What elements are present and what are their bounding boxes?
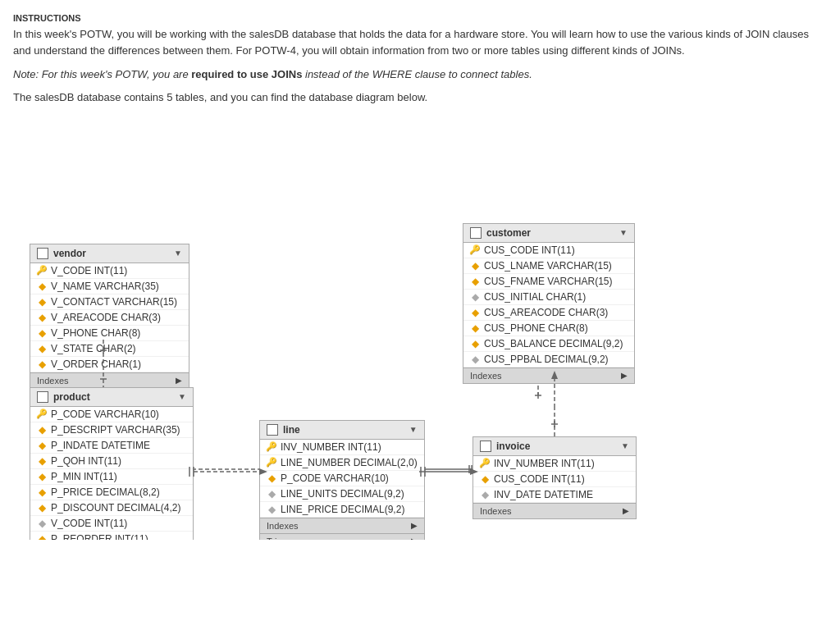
invoice-field-2: ◆ INV_DATE DATETIME (473, 487, 636, 503)
customer-field-5-text: CUS_PHONE CHAR(8) (484, 322, 588, 334)
invoice-field-0: 🔑 INV_NUMBER INT(11) (473, 456, 636, 472)
customer-field-2: ◆ CUS_FNAME VARCHAR(15) (463, 274, 634, 290)
pk-icon: 🔑 (267, 442, 276, 452)
gray-diamond-icon: ◆ (37, 518, 47, 528)
invoice-field-1: ◆ CUS_CODE INT(11) (473, 472, 636, 487)
vendor-table: vendor ▼ 🔑 V_CODE INT(11) ◆ V_NAME VARCH… (30, 244, 189, 389)
vendor-field-1: ◆ V_NAME VARCHAR(35) (30, 279, 189, 294)
gray-diamond-icon: ◆ (470, 292, 480, 302)
invoice-field-0-text: INV_NUMBER INT(11) (494, 458, 595, 469)
product-field-4: ◆ P_MIN INT(11) (30, 469, 193, 485)
product-table-name: product (53, 391, 90, 403)
line-field-2: ◆ P_CODE VARCHAR(10) (260, 471, 424, 486)
line-indexes-arrow: ▶ (411, 521, 418, 530)
vendor-field-4: ◆ V_PHONE CHAR(8) (30, 326, 189, 341)
product-field-3-text: P_QOH INT(11) (51, 455, 121, 467)
diamond-icon: ◆ (37, 456, 47, 466)
customer-sort-icon[interactable]: ▼ (619, 228, 628, 237)
line-field-2-text: P_CODE VARCHAR(10) (281, 472, 389, 484)
product-field-8-text: P_REORDER INT(11) (51, 533, 148, 540)
customer-field-3: ◆ CUS_INITIAL CHAR(1) (463, 290, 634, 305)
line-field-4-text: LINE_PRICE DECIMAL(9,2) (281, 504, 404, 515)
vendor-field-2: ◆ V_CONTACT VARCHAR(15) (30, 294, 189, 310)
product-field-5-text: P_PRICE DECIMAL(8,2) (51, 486, 160, 498)
product-sort-icon[interactable]: ▼ (178, 392, 186, 401)
vendor-field-0: 🔑 V_CODE INT(11) (30, 263, 189, 279)
product-table: product ▼ 🔑 P_CODE VARCHAR(10) ◆ P_DESCR… (30, 387, 194, 540)
line-triggers-footer[interactable]: Triggers ▶ (260, 533, 424, 540)
customer-field-6-text: CUS_BALANCE DECIMAL(9,2) (484, 338, 623, 349)
product-field-8: ◆ P_REORDER INT(11) (30, 532, 193, 540)
product-field-2: ◆ P_INDATE DATETIME (30, 438, 193, 454)
line-sort-icon[interactable]: ▼ (409, 425, 418, 434)
vendor-table-footer[interactable]: Indexes ▶ (30, 372, 189, 388)
vendor-field-0-text: V_CODE INT(11) (51, 265, 127, 276)
diamond-icon: ◆ (470, 339, 480, 349)
product-field-6-text: P_DISCOUNT DECIMAL(4,2) (51, 502, 180, 514)
line-indexes-footer[interactable]: Indexes ▶ (260, 518, 424, 533)
customer-field-2-text: CUS_FNAME VARCHAR(15) (484, 276, 612, 287)
product-field-1-text: P_DESCRIPT VARCHAR(35) (51, 424, 180, 436)
customer-field-4: ◆ CUS_AREACODE CHAR(3) (463, 305, 634, 321)
invoice-table-name: invoice (496, 441, 530, 452)
diamond-icon: ◆ (37, 297, 47, 307)
customer-table: customer ▼ 🔑 CUS_CODE INT(11) ◆ CUS_LNAM… (463, 223, 635, 384)
vendor-table-header: vendor ▼ (30, 244, 189, 263)
line-field-0: 🔑 INV_NUMBER INT(11) (260, 440, 424, 455)
vendor-field-5: ◆ V_STATE CHAR(2) (30, 341, 189, 357)
product-field-5: ◆ P_PRICE DECIMAL(8,2) (30, 485, 193, 500)
product-field-7-text: V_CODE INT(11) (51, 518, 127, 529)
diamond-icon: ◆ (470, 323, 480, 333)
customer-table-footer[interactable]: Indexes ▶ (463, 368, 634, 383)
diamond-icon: ◆ (37, 313, 47, 322)
vendor-field-4-text: V_PHONE CHAR(8) (51, 327, 140, 339)
invoice-indexes-arrow: ▶ (623, 506, 629, 515)
diamond-icon: ◆ (37, 328, 47, 338)
vendor-sort-icon[interactable]: ▼ (174, 249, 182, 258)
pk-icon: 🔑 (37, 409, 47, 419)
customer-indexes-label: Indexes (470, 371, 502, 381)
line-field-3: ◆ LINE_UNITS DECIMAL(9,2) (260, 486, 424, 502)
instructions-section: INSTRUCTIONS In this week's POTW, you wi… (13, 13, 827, 103)
diamond-icon: ◆ (37, 503, 47, 513)
diamond-icon: ◆ (470, 261, 480, 271)
vendor-field-5-text: V_STATE CHAR(2) (51, 343, 136, 354)
customer-table-icon (470, 227, 482, 239)
vendor-field-2-text: V_CONTACT VARCHAR(15) (51, 296, 177, 308)
vendor-field-1-text: V_NAME VARCHAR(35) (51, 281, 159, 292)
vendor-indexes-arrow: ▶ (176, 376, 182, 385)
line-field-0-text: INV_NUMBER INT(11) (281, 441, 381, 453)
invoice-table-header: invoice ▼ (473, 437, 636, 456)
invoice-table-footer[interactable]: Indexes ▶ (473, 503, 636, 518)
invoice-field-1-text: CUS_CODE INT(11) (494, 473, 585, 485)
gray-diamond-icon: ◆ (267, 489, 276, 499)
diamond-icon: ◆ (37, 487, 47, 497)
invoice-sort-icon[interactable]: ▼ (621, 441, 629, 450)
customer-field-7: ◆ CUS_PPBAL DECIMAL(9,2) (463, 352, 634, 368)
diamond-icon: ◆ (37, 344, 47, 354)
diamond-icon: ◆ (480, 474, 490, 484)
diamond-icon: ◆ (37, 534, 47, 540)
vendor-table-name: vendor (53, 248, 86, 259)
product-field-1: ◆ P_DESCRIPT VARCHAR(35) (30, 422, 193, 438)
product-field-7: ◆ V_CODE INT(11) (30, 516, 193, 532)
line-triggers-label: Triggers (267, 536, 299, 540)
line-field-1: 🔑 LINE_NUMBER DECIMAL(2,0) (260, 455, 424, 471)
invoice-indexes-label: Indexes (480, 506, 512, 516)
invoice-table: invoice ▼ 🔑 INV_NUMBER INT(11) ◆ CUS_COD… (472, 436, 637, 519)
customer-field-1: ◆ CUS_LNAME VARCHAR(15) (463, 258, 634, 274)
diamond-icon: ◆ (267, 473, 276, 483)
customer-field-0: 🔑 CUS_CODE INT(11) (463, 243, 634, 258)
gray-diamond-icon: ◆ (267, 504, 276, 514)
customer-field-4-text: CUS_AREACODE CHAR(3) (484, 307, 608, 318)
diamond-icon: ◆ (37, 472, 47, 482)
vendor-field-6-text: V_ORDER CHAR(1) (51, 358, 141, 370)
product-field-2-text: P_INDATE DATETIME (51, 440, 150, 451)
line-indexes-label: Indexes (267, 521, 299, 531)
customer-field-7-text: CUS_PPBAL DECIMAL(9,2) (484, 354, 609, 365)
note-text: Note: For this week's POTW, you are requ… (13, 66, 827, 83)
instructions-title: INSTRUCTIONS (13, 13, 827, 23)
db-info: The salesDB database contains 5 tables, … (13, 91, 827, 103)
gray-diamond-icon: ◆ (480, 490, 490, 500)
diamond-icon: ◆ (37, 425, 47, 435)
